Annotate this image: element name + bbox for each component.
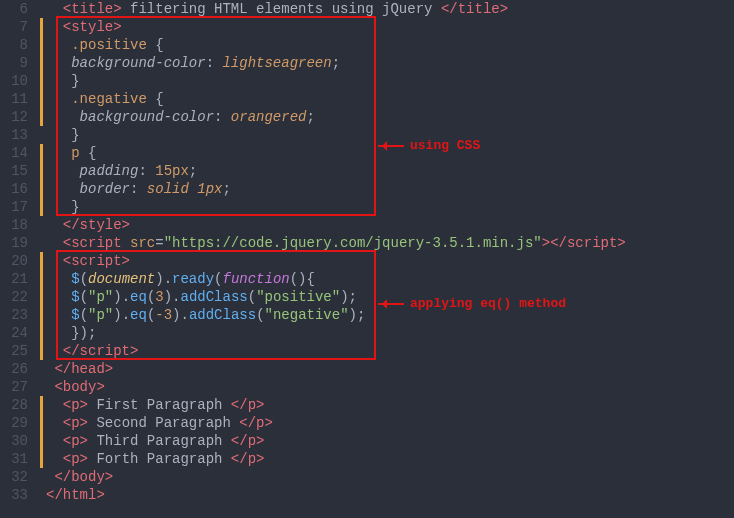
code-line: 18 </style> (0, 216, 734, 234)
code-line: 21 $(document).ready(function(){ (0, 270, 734, 288)
code-line: 9 background-color: lightseagreen; (0, 54, 734, 72)
code-line: 7 <style> (0, 18, 734, 36)
code-editor[interactable]: 6 <title> filtering HTML elements using … (0, 0, 734, 504)
code-line: 25 </script> (0, 342, 734, 360)
code-line: 19 <script src="https://code.jquery.com/… (0, 234, 734, 252)
code-line: 12 background-color: orangered; (0, 108, 734, 126)
code-line: 26 </head> (0, 360, 734, 378)
code-line: 17 } (0, 198, 734, 216)
code-line: 31 <p> Forth Paragraph </p> (0, 450, 734, 468)
code-line: 8 .positive { (0, 36, 734, 54)
code-line: 33 </html> (0, 486, 734, 504)
line-number: 6 (0, 0, 40, 18)
code-line: 29 <p> Second Paragraph </p> (0, 414, 734, 432)
code-line: 14 p { (0, 144, 734, 162)
code-line: 15 padding: 15px; (0, 162, 734, 180)
code-line: 22 $("p").eq(3).addClass("positive"); (0, 288, 734, 306)
code-line: 28 <p> First Paragraph </p> (0, 396, 734, 414)
code-line: 10 } (0, 72, 734, 90)
code-line: 30 <p> Third Paragraph </p> (0, 432, 734, 450)
code-line: 13 } (0, 126, 734, 144)
code-line: 11 .negative { (0, 90, 734, 108)
code-line: 6 <title> filtering HTML elements using … (0, 0, 734, 18)
code-line: 27 <body> (0, 378, 734, 396)
code-line: 24 }); (0, 324, 734, 342)
code-line: 20 <script> (0, 252, 734, 270)
code-line: 32 </body> (0, 468, 734, 486)
code-line: 16 border: solid 1px; (0, 180, 734, 198)
code-line: 23 $("p").eq(-3).addClass("negative"); (0, 306, 734, 324)
